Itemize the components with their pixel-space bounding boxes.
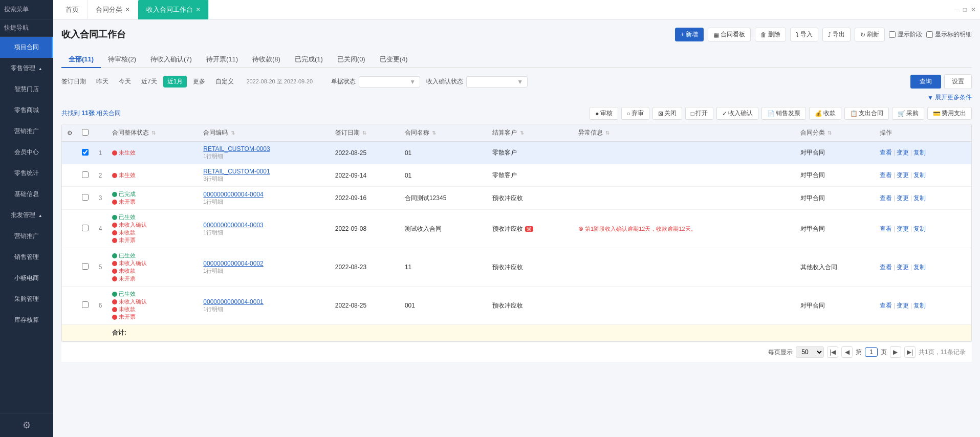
filter-settings-button[interactable]: 设置 [944,74,972,89]
tab-contract-category[interactable]: 合同分类✕ [88,0,138,19]
op-btn-变更[interactable]: 变更 [897,302,909,309]
tab-close-icon[interactable]: ✕ [196,7,200,12]
table-header-settlement-customer[interactable]: 结算客户 ⇅ [488,124,574,142]
date-option-more[interactable]: 更多 [189,76,209,88]
close-contract-button[interactable]: ⊠ 关闭 [652,107,682,120]
op-btn-复制[interactable]: 复制 [913,194,926,202]
op-btn-变更[interactable]: 变更 [897,225,909,232]
sidebar-item-xiaochang[interactable]: 小畅电商 [0,268,53,289]
window-maximize-btn[interactable]: □ [963,6,967,13]
first-page-button[interactable]: |◀ [827,346,838,358]
abandon-review-button[interactable]: ○ 弃审 [621,107,649,120]
show-details-checkbox[interactable]: 显示标的明细 [926,30,972,39]
contract-code-link[interactable]: 0000000000004-0001 [203,298,263,305]
last-page-button[interactable]: ▶| [904,346,916,358]
table-header-contract-code[interactable]: 合同编码 ⇅ [199,124,331,142]
op-btn-复制[interactable]: 复制 [913,225,926,232]
delete-button[interactable]: 🗑 删除 [755,28,786,41]
table-header-sign-date[interactable]: 签订日期 ⇅ [331,124,401,142]
op-btn-变更[interactable]: 变更 [897,264,909,271]
collection-button[interactable]: 💰 收款 [809,107,841,120]
sidebar-item-sales-mgmt[interactable]: 销售管理 [0,247,53,268]
op-btn-查看[interactable]: 查看 [880,171,892,179]
income-confirm-select[interactable]: ▼ [466,76,528,88]
row-checkbox[interactable] [82,171,89,178]
income-confirm-button[interactable]: ✓ 收入确认 [716,107,758,120]
date-option-last7[interactable]: 近7天 [137,76,161,88]
row-checkbox[interactable] [82,225,89,231]
show-fields-checkbox[interactable]: 显示阶段 [889,30,922,39]
filter-tab-closed[interactable]: 已关闭(0) [330,52,373,68]
op-btn-查看[interactable]: 查看 [880,225,892,232]
table-header-settings[interactable]: ⚙ [62,124,77,142]
table-header-checkbox[interactable] [77,124,93,142]
sidebar-item-basic-info[interactable]: 基础信息 [0,184,53,205]
add-button[interactable]: + 新增 [675,28,704,41]
sidebar-item-project[interactable]: 项目合同 [0,37,53,58]
sidebar-item-wholesale-mgmt[interactable]: 批发管理 ▲ [0,205,53,226]
purchase-button[interactable]: 🛒 采购 [892,107,924,120]
open-contract-button[interactable]: □ 打开 [685,107,713,120]
audit-button[interactable]: ● 审核 [590,107,618,120]
show-details-input[interactable] [926,31,933,38]
refresh-button[interactable]: ↻ 刷新 [855,28,885,41]
next-page-button[interactable]: ▶ [890,346,901,358]
tab-income-contract[interactable]: 收入合同工作台✕ [138,0,209,19]
expand-more-conditions[interactable]: ▼ 展开更多条件 [927,93,972,102]
filter-tab-pending-income-confirm[interactable]: 待收入确认(7) [143,52,199,68]
outgoing-contract-button[interactable]: 📋 支出合同 [844,107,889,120]
op-btn-查看[interactable]: 查看 [880,149,892,156]
sidebar-quick-nav[interactable]: 快捷导航 [0,19,53,37]
sidebar-item-purchase[interactable]: 采购管理 [0,289,53,310]
op-btn-查看[interactable]: 查看 [880,194,892,202]
sidebar-settings-icon[interactable]: ⚙ [0,413,53,437]
contract-code-link[interactable]: 0000000000004-0003 [203,222,263,229]
tab-close-icon[interactable]: ✕ [125,7,129,12]
sidebar-item-marketing2[interactable]: 营销推广 [0,226,53,247]
sidebar-item-retail-mgmt[interactable]: 零售管理 ▲ [0,58,53,79]
import-button[interactable]: ⤵ 导入 [790,28,818,41]
filter-tab-pending-payment[interactable]: 待收款(8) [245,52,288,68]
table-header-contract-status[interactable]: 合同整体状态 ⇅ [108,124,199,142]
contract-code-link[interactable]: RETAIL_CUSTOM-0003 [203,145,270,152]
row-checkbox[interactable] [82,194,89,201]
op-btn-复制[interactable]: 复制 [913,149,926,156]
op-btn-变更[interactable]: 变更 [897,171,909,179]
tab-home[interactable]: 首页 [57,0,88,19]
row-checkbox[interactable] [82,149,89,156]
row-checkbox[interactable] [82,263,89,270]
contract-code-link[interactable]: 0000000000004-0004 [203,191,263,198]
sidebar-item-retail-mall[interactable]: 零售商城 [0,100,53,121]
sidebar-item-retail-stats[interactable]: 零售统计 [0,163,53,184]
op-btn-变更[interactable]: 变更 [897,149,909,156]
date-option-yesterday[interactable]: 昨天 [92,76,113,88]
show-fields-input[interactable] [889,31,896,38]
sidebar-search[interactable]: 搜索菜单 [0,0,53,19]
export-button[interactable]: ⤴ 导出 [822,28,851,41]
sidebar-item-marketing[interactable]: 营销推广 [0,121,53,142]
op-btn-复制[interactable]: 复制 [913,171,926,179]
doc-status-select[interactable]: ▼ [359,76,420,88]
row-checkbox[interactable] [82,301,89,308]
window-close-btn[interactable]: ✕ [971,6,976,13]
filter-tab-pending-review[interactable]: 待审核(2) [101,52,143,68]
sidebar-item-smart-store[interactable]: 智慧门店 [0,79,53,100]
date-option-custom[interactable]: 自定义 [211,76,238,88]
op-btn-查看[interactable]: 查看 [880,264,892,271]
op-btn-变更[interactable]: 变更 [897,194,909,202]
filter-tab-completed[interactable]: 已完成(1) [288,52,330,68]
contract-code-link[interactable]: 0000000000004-0002 [203,260,263,267]
query-button[interactable]: 查询 [910,75,941,89]
table-header-contract-category[interactable]: 合同分类 ⇅ [796,124,876,142]
per-page-select[interactable]: 50 20 100 [796,346,824,358]
op-btn-复制[interactable]: 复制 [913,264,926,271]
window-minimize-btn[interactable]: ─ [954,6,959,13]
op-btn-查看[interactable]: 查看 [880,302,892,309]
prev-page-button[interactable]: ◀ [841,346,853,358]
date-option-last1month[interactable]: 近1月 [163,76,187,88]
filter-tab-all[interactable]: 全部(11) [61,52,101,68]
filter-tab-changed[interactable]: 已变更(4) [373,52,415,68]
sales-invoice-button[interactable]: 📄 销售发票 [761,107,806,120]
filter-tab-pending-invoice[interactable]: 待开票(11) [199,52,245,68]
date-option-today[interactable]: 今天 [115,76,135,88]
